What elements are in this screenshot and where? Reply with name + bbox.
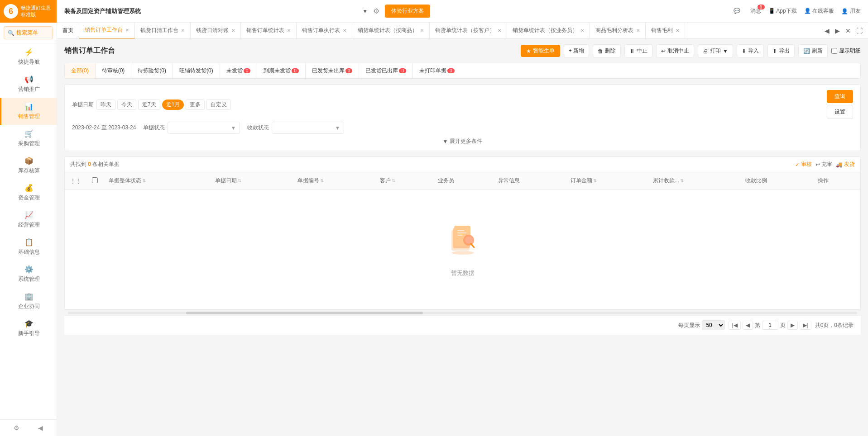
sub-tab-pending-review[interactable]: 待审核(0) [96, 63, 132, 78]
close-tab-cash-reconcile[interactable]: ✕ [231, 28, 235, 33]
payment-select[interactable]: ▼ [272, 122, 344, 134]
scrollbar-thumb[interactable] [186, 312, 423, 314]
sidebar-item-quicknav[interactable]: ⚡ 快捷导航 [0, 43, 57, 71]
print-button[interactable]: 🖨 打印 ▼ [698, 44, 733, 57]
tab-cash-daily[interactable]: 钱货日清工作台 ✕ [135, 23, 191, 39]
user-avatar-icon: 👤 [841, 8, 848, 14]
tab-cash-reconcile[interactable]: 钱货日清对账 ✕ [191, 23, 241, 39]
settings-footer-button[interactable]: ⚙ [14, 424, 19, 431]
date-last7-button[interactable]: 近7天 [138, 100, 160, 110]
sub-tab-shipped-warehoused[interactable]: 已发货已出库0 [359, 63, 413, 78]
page-number-input[interactable] [762, 321, 778, 330]
sort-status-icon[interactable]: ⇅ [142, 178, 146, 183]
query-button[interactable]: 查询 [827, 90, 853, 103]
export-button[interactable]: ⬆ 导出 [767, 44, 795, 57]
status-select[interactable]: ▼ [168, 122, 240, 134]
page-size-select[interactable]: 10 20 50 100 [702, 320, 725, 330]
sub-tab-not-shipped[interactable]: 未发货0 [220, 63, 258, 78]
tabs-next-button[interactable]: ▶ [833, 26, 842, 35]
sidebar-item-purchase[interactable]: 🛒 采购管理 [0, 125, 57, 152]
tabs-close-all-button[interactable]: ✕ [844, 26, 853, 35]
close-tab-sales-exec[interactable]: ✕ [343, 28, 346, 33]
sort-number-icon[interactable]: ⇅ [320, 178, 324, 183]
close-tab-sales-more[interactable]: ✕ [676, 28, 679, 33]
page-first-button[interactable]: |◀ [729, 321, 740, 330]
sub-tab-all[interactable]: 全部(0) [65, 63, 96, 78]
tab-gross-profit[interactable]: 商品毛利分析表 ✕ [590, 23, 646, 39]
smart-create-button[interactable]: ★ 智能生单 [521, 45, 560, 57]
sidebar-item-inventory[interactable]: 📦 库存核算 [0, 152, 57, 179]
close-tab-sales-customer[interactable]: ✕ [498, 28, 501, 33]
page-next-button[interactable]: ▶ [787, 321, 798, 330]
close-tab-gross-profit[interactable]: ✕ [636, 28, 640, 33]
date-yesterday-button[interactable]: 昨天 [96, 100, 115, 110]
message-badge[interactable]: 💬 6 消息 [734, 7, 761, 15]
tabs-fullscreen-button[interactable]: ⛶ [854, 26, 864, 35]
user-menu[interactable]: 👤 用友 [841, 7, 861, 15]
sub-tab-expired-unshipped[interactable]: 到期未发货0 [257, 63, 306, 78]
date-today-button[interactable]: 今天 [117, 100, 136, 110]
sidebar-item-basic[interactable]: 📋 基础信息 [0, 233, 57, 261]
table-actions: ✓ 审核 ↩ 充审 🚚 发货 [795, 161, 855, 168]
horizontal-scrollbar[interactable] [64, 310, 861, 315]
tab-sales-staff[interactable]: 销货单统计表（按业务员） ✕ [507, 23, 590, 39]
expand-filter-button[interactable]: ▼ 展开更多条件 [443, 137, 483, 145]
close-tab-sales-staff[interactable]: ✕ [580, 28, 584, 33]
unsuspend-button[interactable]: ↩ 取消中止 [656, 44, 694, 57]
suspend-button[interactable]: ⏸ 中止 [624, 44, 652, 57]
sidebar-item-operations[interactable]: 📈 经营管理 [0, 206, 57, 233]
close-tab-sales-workbench[interactable]: ✕ [125, 28, 129, 33]
page-last-button[interactable]: ▶| [800, 321, 811, 330]
collapse-sidebar-button[interactable]: ◀ [38, 424, 43, 431]
audit-action-button[interactable]: ✓ 审核 [795, 161, 812, 168]
tab-sales-stat[interactable]: 销售订单统计表 ✕ [241, 23, 297, 39]
tab-sales-customer[interactable]: 销货单统计表（按客户） ✕ [430, 23, 507, 39]
system-dropdown[interactable]: ▼ [362, 8, 368, 14]
tab-sales-more[interactable]: 销售毛利 ✕ [646, 23, 685, 39]
sub-tab-pending-inspect[interactable]: 待拣验货(0) [131, 63, 173, 78]
show-detail-label[interactable]: 显示明细 [831, 47, 861, 55]
trial-industry-button[interactable]: 体验行业方案 [385, 5, 430, 18]
add-button[interactable]: + 新增 [564, 44, 589, 57]
sub-tab-shipped-not-warehoused[interactable]: 已发货未出库0 [306, 63, 360, 78]
tab-home[interactable]: 首页 [57, 23, 79, 39]
tab-sales-exec[interactable]: 销售订单执行表 ✕ [297, 23, 352, 39]
show-detail-checkbox[interactable] [831, 48, 837, 54]
date-more-button[interactable]: 更多 [186, 100, 205, 110]
ship-action-button[interactable]: 🚚 发货 [836, 161, 855, 168]
close-tab-sales-product[interactable]: ✕ [420, 28, 424, 33]
tab-sales-product[interactable]: 销货单统计表（按商品） ✕ [352, 23, 430, 39]
close-tab-cash-daily[interactable]: ✕ [181, 28, 185, 33]
sidebar-item-finance[interactable]: 💰 资金管理 [0, 179, 57, 206]
app-download-link[interactable]: 📱 App下载 [768, 7, 797, 15]
sort-customer-icon[interactable]: ⇅ [392, 178, 395, 183]
sub-tab-unprinted[interactable]: 未打印单据0 [413, 63, 461, 78]
sidebar-item-sales[interactable]: 📊 销售管理 [0, 98, 57, 125]
date-last1month-button[interactable]: 近1月 [162, 100, 184, 110]
sidebar-item-enterprise[interactable]: 🏢 企业协同 [0, 288, 57, 315]
delete-button[interactable]: 🗑 删除 [593, 44, 621, 57]
sidebar-item-guide[interactable]: 🎓 新手引导 [0, 315, 57, 342]
sidebar-item-system[interactable]: ⚙️ 系统管理 [0, 261, 57, 288]
tab-sales-workbench[interactable]: 销售订单工作台 ✕ [79, 23, 135, 39]
page-prev-button[interactable]: ◀ [743, 321, 753, 330]
sub-tab-wangpu[interactable]: 旺铺待发货(0) [173, 63, 220, 78]
online-service-link[interactable]: 👤 在线客服 [804, 7, 834, 15]
import-button[interactable]: ⬇ 导入 [737, 44, 764, 57]
revoke-action-button[interactable]: ↩ 充审 [815, 161, 832, 168]
search-menu-button[interactable]: 🔍 搜索菜单 [4, 26, 53, 39]
select-all-checkbox[interactable] [92, 177, 98, 183]
close-tab-sales-stat[interactable]: ✕ [287, 28, 291, 33]
sidebar-item-marketing[interactable]: 📢 营销推广 [0, 71, 57, 98]
sort-collected-icon[interactable]: ⇅ [680, 178, 684, 183]
tabs-prev-button[interactable]: ◀ [823, 26, 831, 35]
settings-icon[interactable]: ⚙ [373, 7, 379, 15]
page-size-selector: 每页显示 10 20 50 100 [678, 320, 725, 330]
th-checkbox[interactable] [86, 172, 103, 190]
scrollbar-track[interactable] [68, 312, 857, 314]
sort-date-icon[interactable]: ⇅ [238, 178, 241, 183]
date-custom-button[interactable]: 自定义 [206, 100, 231, 110]
refresh-button[interactable]: 🔄 刷新 [798, 44, 828, 57]
set-button[interactable]: 设置 [827, 105, 853, 119]
sort-amount-icon[interactable]: ⇅ [593, 178, 597, 183]
